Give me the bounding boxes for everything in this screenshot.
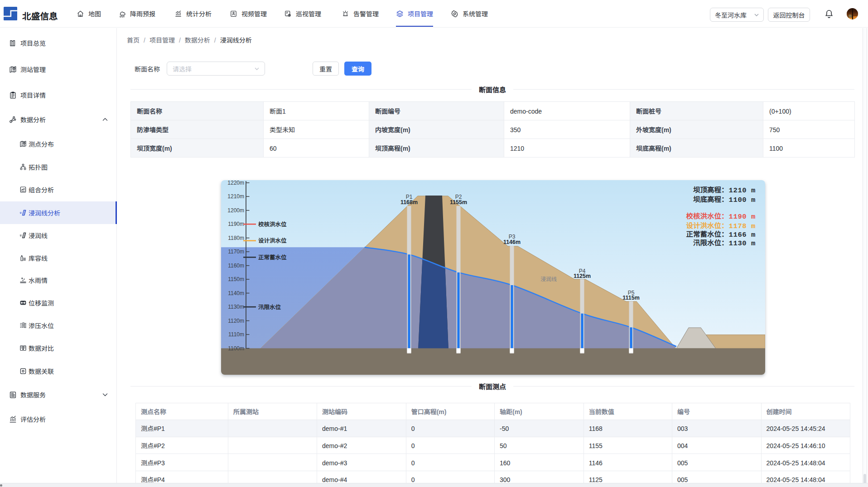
svg-text:1125m: 1125m <box>574 271 591 280</box>
svg-text:1146m: 1146m <box>503 237 521 246</box>
svg-text:正常蓄水位: 正常蓄水位 <box>258 253 287 261</box>
svg-text:1140m: 1140m <box>228 289 244 296</box>
svg-text:1180m: 1180m <box>228 234 244 241</box>
svg-text:汛限水位: 汛限水位 <box>258 302 281 311</box>
svg-text:1150m: 1150m <box>228 275 244 282</box>
svg-text:1200m: 1200m <box>227 206 244 214</box>
svg-text:1110m: 1110m <box>228 330 244 338</box>
svg-text:校核洪水位: 校核洪水位 <box>258 220 287 228</box>
svg-text:1170m: 1170m <box>228 247 244 255</box>
svg-text:浸润线: 浸润线 <box>540 275 557 282</box>
svg-text:1130m: 1130m <box>228 302 244 310</box>
svg-text:设计洪水位: 设计洪水位 <box>258 236 287 244</box>
svg-text:1160m: 1160m <box>228 261 244 269</box>
svg-text:1100m: 1100m <box>228 344 244 352</box>
svg-text:1115m: 1115m <box>622 293 640 301</box>
svg-text:1155m: 1155m <box>450 197 467 206</box>
svg-text:1120m: 1120m <box>228 316 244 324</box>
svg-text:1210m: 1210m <box>227 192 244 200</box>
svg-text:1220m: 1220m <box>227 180 244 186</box>
svg-text:1168m: 1168m <box>400 197 418 206</box>
svg-text:1190m: 1190m <box>228 220 244 227</box>
